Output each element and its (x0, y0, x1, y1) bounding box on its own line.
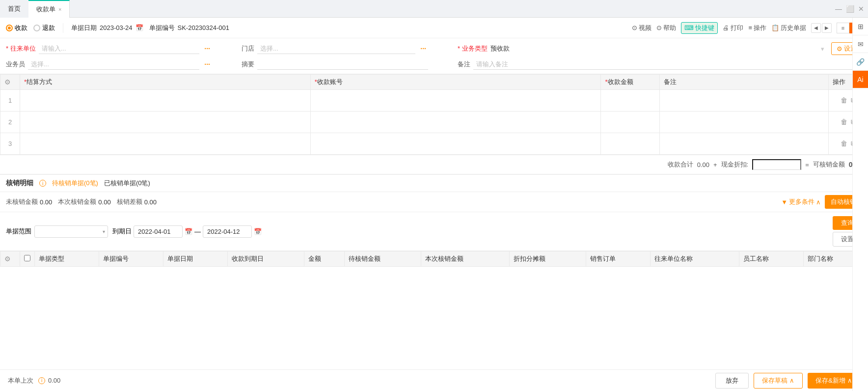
store-input[interactable] (257, 43, 415, 54)
summary-input[interactable] (257, 59, 428, 70)
row-3-remark[interactable] (660, 133, 829, 155)
save-dropdown-icon[interactable]: ∧ (847, 377, 852, 384)
detail-col-due-date: 收款到期日 (228, 251, 304, 267)
draft-btn[interactable]: 保存草稿 ∧ (754, 373, 803, 389)
row-3-amount[interactable] (601, 133, 660, 155)
table-area: ⚙ *结算方式 *收款账号 *收款金额 备注 操作 (0, 74, 868, 155)
btn-history[interactable]: 📋 历史单据 (771, 24, 806, 32)
sidebar-screenshot-icon[interactable]: Ai (853, 71, 868, 88)
abandon-btn[interactable]: 放弃 (715, 373, 749, 389)
detail-col-gear[interactable]: ⚙ (0, 251, 20, 267)
footer-info: 本单上次 i 0.00 (8, 376, 60, 385)
cal-to-icon[interactable]: 📅 (254, 228, 262, 235)
row-3-delete-icon[interactable]: 🗑 (841, 140, 847, 147)
counterpart-ellipsis[interactable]: ··· (202, 45, 212, 53)
info-icon[interactable]: i (39, 180, 46, 187)
tab-verified[interactable]: 已核销单据(0笔) (104, 179, 150, 188)
row-2-account[interactable] (310, 112, 601, 133)
draft-dropdown-icon[interactable]: ∧ (789, 377, 794, 384)
date-from-input[interactable] (134, 225, 183, 238)
discount-label: 现金折扣: (721, 160, 749, 169)
sidebar-email-icon[interactable]: ✉ (853, 35, 868, 53)
row-2-delete-icon[interactable]: 🗑 (841, 118, 847, 126)
number-label: 单据编号 (149, 24, 175, 32)
row-2-remark[interactable] (660, 112, 829, 133)
bottom-footer: 本单上次 i 0.00 放弃 保存草稿 ∧ 保存&新增 ∧ (0, 369, 868, 391)
cal-from-icon[interactable]: 📅 (185, 228, 192, 235)
sidebar-table-icon[interactable]: ⊞ (853, 18, 868, 35)
balance-info-icon[interactable]: i (38, 377, 45, 384)
calendar-icon[interactable]: 📅 (136, 24, 143, 31)
detail-gear-icon[interactable]: ⚙ (4, 255, 11, 263)
col-gear[interactable]: ⚙ (0, 75, 20, 90)
btn-print[interactable]: 🖨 打印 (723, 24, 743, 32)
detail-col-date: 单据日期 (163, 251, 228, 267)
select-all-checkbox[interactable] (24, 255, 30, 261)
window-close-icon[interactable]: ✕ (858, 5, 864, 13)
draft-label: 保存草稿 (762, 376, 787, 385)
radio-tuikuan[interactable]: 退款 (33, 24, 55, 32)
col-account: *收款账号 (310, 75, 601, 90)
row-1-remark[interactable] (660, 90, 829, 112)
store-ellipsis[interactable]: ··· (418, 45, 428, 53)
action-icon: ≡ (748, 24, 752, 31)
unverified-label: 未核销金额 (6, 197, 38, 206)
row-3-account[interactable] (310, 133, 601, 155)
field-store: 门店 ··· (242, 43, 428, 54)
field-summary: 摘要 (242, 59, 428, 70)
btn-action[interactable]: ≡ 操作 (748, 24, 766, 32)
row-3-settlement[interactable] (20, 133, 311, 155)
row-1-account[interactable] (310, 90, 601, 112)
range-field: 单据范围 ▾ (6, 225, 105, 238)
row-1-amount[interactable] (601, 90, 660, 112)
filter-bar: 未核销金额 0.00 本次核销金额 0.00 核销差额 0.00 ▼ 更多条件 … (0, 192, 868, 212)
table-row: 3 🗑 ⧉ (0, 133, 868, 155)
main-area: 收款 退款 单据日期 2023-03-24 📅 单据编号 SK-20230324… (0, 18, 868, 391)
btn-shortcut[interactable]: ⌨ 快捷键 (681, 22, 718, 34)
staff-input[interactable] (28, 59, 199, 70)
detail-col-number: 单据编号 (99, 251, 163, 267)
detail-col-type: 单据类型 (35, 251, 99, 267)
filter-right: ▼ 更多条件 ∧ 自动核销 (781, 195, 862, 209)
date-to-input[interactable] (203, 225, 252, 238)
discount-input[interactable] (752, 159, 801, 170)
btn-video[interactable]: ⊙ 视频 (632, 24, 651, 32)
more-conditions-btn[interactable]: ▼ 更多条件 ∧ (781, 197, 821, 206)
counterpart-input[interactable] (39, 43, 200, 54)
radio-tuikuan-label: 退款 (42, 24, 55, 32)
staff-ellipsis[interactable]: ··· (202, 60, 212, 68)
row-1-delete-icon[interactable]: 🗑 (841, 96, 847, 104)
row-1-settlement[interactable] (20, 90, 311, 112)
btn-help[interactable]: ⊙ 帮助 (656, 24, 676, 32)
summary-bar: 收款合计 0.00 + 现金折扣: = 可核销金额 0.00 (0, 155, 868, 174)
btn-history-label: 历史单据 (781, 24, 806, 32)
current-label: 本次核销金额 (58, 197, 96, 206)
window-minimize-icon[interactable]: — (835, 5, 842, 13)
radio-shoukuan[interactable]: 收款 (6, 24, 27, 32)
business-type-dropdown[interactable]: ▾ (821, 45, 824, 53)
range-select[interactable] (34, 225, 108, 238)
counterpart-label: * 往来单位 (6, 44, 36, 53)
remark-input[interactable] (473, 59, 862, 70)
col-settlement: *结算方式 (20, 75, 311, 90)
filter-current: 本次核销金额 0.00 (58, 197, 110, 206)
bottom-header: 核销明细 i 待核销单据(0笔) 已核销单据(0笔) (0, 175, 868, 192)
window-restore-icon[interactable]: ⬜ (846, 5, 854, 13)
chevron-up-icon: ∧ (816, 198, 821, 206)
save-label: 保存&新增 (815, 376, 845, 385)
nav-next[interactable]: ▶ (822, 23, 832, 33)
tab-active[interactable]: 收款单 × (28, 0, 70, 18)
table-gear-icon[interactable]: ⚙ (4, 78, 11, 86)
row-2-amount[interactable] (601, 112, 660, 133)
staff-label: 业务员 (6, 60, 25, 69)
row-2-settlement[interactable] (20, 112, 311, 133)
nav-prev[interactable]: ◀ (811, 23, 821, 33)
sidebar-link-icon[interactable]: 🔗 (853, 53, 868, 71)
equals-sign: = (805, 161, 809, 168)
btn-shortcut-label: 快捷键 (695, 24, 714, 32)
detail-col-current-verify: 本次核销金额 (421, 251, 510, 267)
view-list[interactable]: ≡ (837, 23, 849, 33)
tab-pending[interactable]: 待核销单据(0笔) (52, 179, 98, 188)
tab-home[interactable]: 首页 (0, 0, 28, 18)
tab-close-icon[interactable]: × (58, 6, 61, 12)
